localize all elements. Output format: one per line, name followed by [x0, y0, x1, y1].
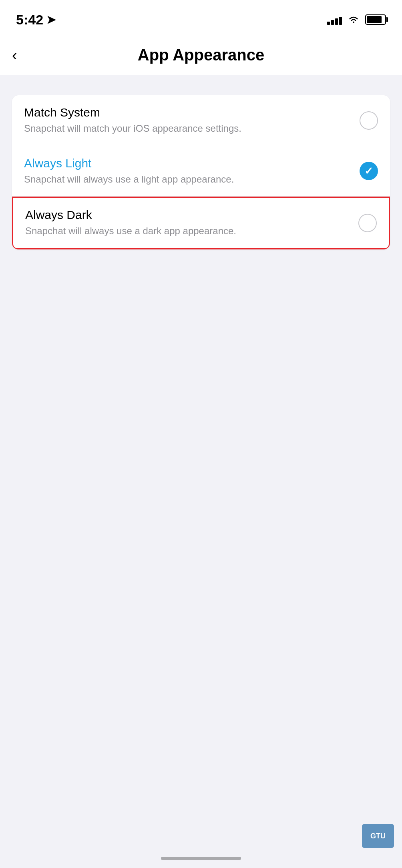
match-system-text: Match System Snapchat will match your iO… [24, 106, 352, 135]
page-title: App Appearance [138, 46, 264, 64]
navigation-header: ‹ App Appearance [0, 35, 402, 75]
always-light-text: Always Light Snapchat will always use a … [24, 157, 352, 186]
match-system-option[interactable]: Match System Snapchat will match your iO… [12, 95, 390, 146]
always-dark-text: Always Dark Snapchat will always use a d… [25, 208, 350, 238]
watermark-text: GTU [370, 832, 386, 840]
wifi-icon [348, 15, 360, 24]
always-light-option[interactable]: Always Light Snapchat will always use a … [12, 146, 390, 197]
always-dark-option[interactable]: Always Dark Snapchat will always use a d… [12, 197, 390, 249]
always-dark-radio[interactable] [358, 214, 377, 232]
main-content: Match System Snapchat will match your iO… [0, 75, 402, 868]
match-system-description: Snapchat will match your iOS appearance … [24, 122, 352, 135]
home-indicator [161, 857, 241, 860]
svg-point-0 [353, 22, 354, 23]
clock-display: 5:42 [16, 12, 43, 28]
match-system-radio[interactable] [360, 111, 378, 130]
battery-icon [365, 14, 386, 25]
always-light-description: Snapchat will always use a light app app… [24, 173, 352, 186]
status-bar: 5:42 ➤ [0, 0, 402, 35]
back-button[interactable]: ‹ [12, 48, 17, 63]
match-system-title: Match System [24, 106, 352, 119]
always-dark-title: Always Dark [25, 208, 350, 222]
status-icons [327, 14, 386, 25]
watermark: GTU [362, 824, 394, 848]
signal-strength-icon [327, 14, 342, 25]
battery-fill [367, 16, 382, 23]
always-dark-description: Snapchat will always use a dark app appe… [25, 224, 350, 238]
always-light-radio[interactable] [360, 162, 378, 180]
appearance-options-card: Match System Snapchat will match your iO… [12, 95, 390, 249]
always-light-title: Always Light [24, 157, 352, 170]
status-time: 5:42 ➤ [16, 12, 56, 28]
location-arrow-icon: ➤ [46, 13, 56, 26]
